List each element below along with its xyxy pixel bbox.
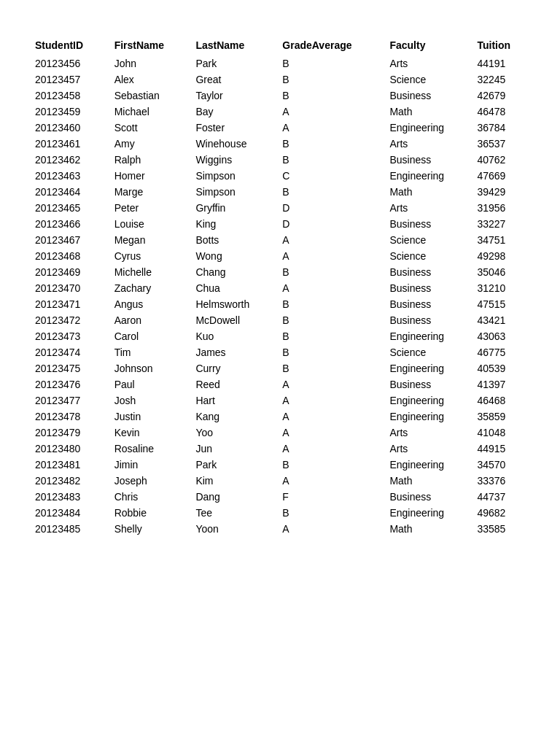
cell-14-1: Zachary bbox=[109, 280, 190, 296]
cell-23-1: Kevin bbox=[109, 425, 190, 441]
cell-29-1: Shelly bbox=[109, 521, 190, 537]
cell-19-2: Curry bbox=[190, 360, 276, 376]
cell-0-2: Park bbox=[190, 55, 276, 71]
cell-1-5: 32245 bbox=[471, 71, 531, 88]
cell-1-1: Alex bbox=[109, 71, 190, 88]
cell-12-5: 49298 bbox=[471, 248, 531, 264]
cell-20-2: Reed bbox=[190, 376, 276, 392]
cell-20-5: 41397 bbox=[471, 376, 531, 392]
cell-20-0: 20123476 bbox=[29, 376, 109, 392]
cell-19-0: 20123475 bbox=[29, 360, 109, 376]
cell-9-0: 20123465 bbox=[29, 200, 109, 216]
cell-6-3: B bbox=[276, 152, 384, 168]
cell-21-0: 20123477 bbox=[29, 392, 109, 409]
cell-16-0: 20123472 bbox=[29, 312, 109, 328]
cell-7-5: 47669 bbox=[471, 168, 531, 184]
cell-22-0: 20123478 bbox=[29, 409, 109, 425]
cell-14-4: Business bbox=[384, 280, 471, 296]
cell-26-3: A bbox=[276, 473, 384, 489]
cell-0-3: B bbox=[276, 55, 384, 71]
cell-0-4: Arts bbox=[384, 55, 471, 71]
cell-2-0: 20123458 bbox=[29, 88, 109, 104]
cell-14-3: A bbox=[276, 280, 384, 296]
cell-11-1: Megan bbox=[109, 232, 190, 248]
cell-10-1: Louise bbox=[109, 216, 190, 232]
cell-26-0: 20123482 bbox=[29, 473, 109, 489]
cell-6-5: 40762 bbox=[471, 152, 531, 168]
cell-10-2: King bbox=[190, 216, 276, 232]
cell-10-5: 33227 bbox=[471, 216, 531, 232]
cell-13-1: Michelle bbox=[109, 264, 190, 280]
cell-23-3: A bbox=[276, 425, 384, 441]
cell-19-4: Engineering bbox=[384, 360, 471, 376]
cell-14-5: 31210 bbox=[471, 280, 531, 296]
cell-3-1: Michael bbox=[109, 104, 190, 120]
cell-26-5: 33376 bbox=[471, 473, 531, 489]
cell-4-2: Foster bbox=[190, 120, 276, 136]
cell-2-5: 42679 bbox=[471, 88, 531, 104]
cell-4-4: Engineering bbox=[384, 120, 471, 136]
cell-7-3: C bbox=[276, 168, 384, 184]
cell-23-4: Arts bbox=[384, 425, 471, 441]
cell-11-4: Science bbox=[384, 232, 471, 248]
cell-15-1: Angus bbox=[109, 296, 190, 312]
cell-9-5: 31956 bbox=[471, 200, 531, 216]
cell-17-2: Kuo bbox=[190, 328, 276, 344]
cell-2-2: Taylor bbox=[190, 88, 276, 104]
cell-3-5: 46478 bbox=[471, 104, 531, 120]
cell-9-3: D bbox=[276, 200, 384, 216]
cell-5-2: Winehouse bbox=[190, 136, 276, 152]
cell-24-0: 20123480 bbox=[29, 441, 109, 457]
cell-15-2: Helmsworth bbox=[190, 296, 276, 312]
cell-17-5: 43063 bbox=[471, 328, 531, 344]
cell-12-3: A bbox=[276, 248, 384, 264]
cell-21-5: 46468 bbox=[471, 392, 531, 409]
cell-2-3: B bbox=[276, 88, 384, 104]
cell-0-0: 20123456 bbox=[29, 55, 109, 71]
cell-28-1: Robbie bbox=[109, 505, 190, 521]
cell-22-2: Kang bbox=[190, 409, 276, 425]
cell-15-3: B bbox=[276, 296, 384, 312]
table-row: 20123469MichelleChangBBusiness35046 bbox=[29, 264, 531, 280]
table-row: 20123475JohnsonCurryBEngineering40539 bbox=[29, 360, 531, 376]
cell-8-4: Math bbox=[384, 184, 471, 200]
cell-2-1: Sebastian bbox=[109, 88, 190, 104]
cell-1-4: Science bbox=[384, 71, 471, 88]
table-row: 20123470ZacharyChuaABusiness31210 bbox=[29, 280, 531, 296]
cell-27-2: Dang bbox=[190, 489, 276, 505]
cell-12-4: Science bbox=[384, 248, 471, 264]
cell-7-2: Simpson bbox=[190, 168, 276, 184]
cell-27-5: 44737 bbox=[471, 489, 531, 505]
cell-13-0: 20123469 bbox=[29, 264, 109, 280]
cell-8-5: 39429 bbox=[471, 184, 531, 200]
cell-26-1: Joseph bbox=[109, 473, 190, 489]
cell-1-3: B bbox=[276, 71, 384, 88]
cell-10-0: 20123466 bbox=[29, 216, 109, 232]
cell-15-4: Business bbox=[384, 296, 471, 312]
cell-14-0: 20123470 bbox=[29, 280, 109, 296]
cell-13-3: B bbox=[276, 264, 384, 280]
col-header-studentid: StudentID bbox=[29, 36, 109, 55]
col-header-tuition: Tuition bbox=[471, 36, 531, 55]
col-header-firstname: FirstName bbox=[109, 36, 190, 55]
table-row: 20123473CarolKuoBEngineering43063 bbox=[29, 328, 531, 344]
table-row: 20123476PaulReedABusiness41397 bbox=[29, 376, 531, 392]
cell-18-5: 46775 bbox=[471, 344, 531, 360]
col-header-lastname: LastName bbox=[190, 36, 276, 55]
cell-6-1: Ralph bbox=[109, 152, 190, 168]
table-row: 20123463HomerSimpsonCEngineering47669 bbox=[29, 168, 531, 184]
cell-15-0: 20123471 bbox=[29, 296, 109, 312]
cell-29-2: Yoon bbox=[190, 521, 276, 537]
cell-4-5: 36784 bbox=[471, 120, 531, 136]
cell-3-3: A bbox=[276, 104, 384, 120]
cell-23-5: 41048 bbox=[471, 425, 531, 441]
table-row: 20123459MichaelBayAMath46478 bbox=[29, 104, 531, 120]
table-row: 20123482JosephKimAMath33376 bbox=[29, 473, 531, 489]
cell-16-5: 43421 bbox=[471, 312, 531, 328]
cell-22-4: Engineering bbox=[384, 409, 471, 425]
cell-3-0: 20123459 bbox=[29, 104, 109, 120]
cell-21-3: A bbox=[276, 392, 384, 409]
cell-11-5: 34751 bbox=[471, 232, 531, 248]
cell-28-5: 49682 bbox=[471, 505, 531, 521]
cell-22-3: A bbox=[276, 409, 384, 425]
